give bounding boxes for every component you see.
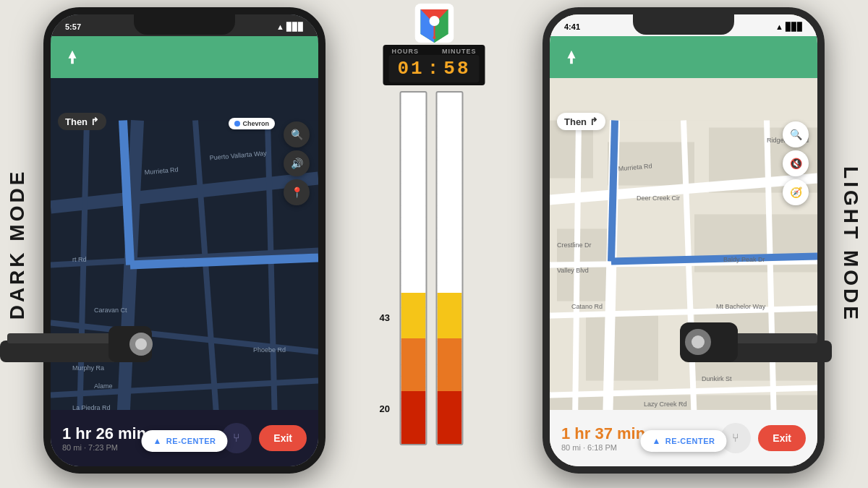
nav-arrow-right xyxy=(561,47,582,67)
eta-details-left: 80 mi · 7:23 PM xyxy=(62,443,146,452)
svg-text:Murphy Ra: Murphy Ra xyxy=(72,364,104,372)
battery-level-43-label: 43 xyxy=(379,312,389,323)
svg-rect-34 xyxy=(586,316,658,381)
then-badge-left: Then ↱ xyxy=(58,113,106,130)
nav-arrow-left xyxy=(62,47,82,67)
battery-bar-left: 43 20 xyxy=(399,91,427,445)
maps-icon xyxy=(414,4,454,43)
phone-notch-left xyxy=(134,14,235,35)
turn-icon-left: ↱ xyxy=(90,116,99,127)
svg-point-27 xyxy=(433,36,435,39)
poi-marker-left: Chevron xyxy=(229,118,275,129)
svg-text:Caravan Ct: Caravan Ct xyxy=(94,307,127,314)
svg-text:Mt Bachelor Way: Mt Bachelor Way xyxy=(716,303,766,310)
map-left: Murrieta Rd Puerto Vallarta Way rt Rd Ca… xyxy=(51,78,318,466)
timer-colon: : xyxy=(427,58,441,80)
map-controls-left: 🔍 🔊 📍 xyxy=(284,121,310,205)
exit-btn-left[interactable]: Exit xyxy=(259,425,307,451)
turn-icon-right: ↱ xyxy=(590,116,598,127)
recenter-btn-left[interactable]: ▲ RE-CENTER xyxy=(141,430,227,452)
timer-display: 01 : 58 xyxy=(388,55,479,82)
search-btn-right[interactable]: 🔍 xyxy=(783,121,809,147)
dark-mode-label: DARK MODE xyxy=(6,168,29,320)
search-btn-left[interactable]: 🔍 xyxy=(284,121,310,147)
then-badge-right: Then ↱ xyxy=(557,113,605,130)
svg-text:Baldy Peak Dr: Baldy Peak Dr xyxy=(723,256,765,263)
timer-minutes: 58 xyxy=(443,58,470,80)
exit-btn-right[interactable]: Exit xyxy=(758,425,806,451)
recenter-btn-right[interactable]: ▲ RE-CENTER xyxy=(640,430,726,452)
poi-label-left: Chevron xyxy=(242,120,269,127)
map-controls-right: 🔍 🔇 🧭 xyxy=(783,121,809,205)
svg-text:Alame: Alame xyxy=(94,382,113,390)
svg-point-25 xyxy=(429,16,439,26)
svg-line-45 xyxy=(611,121,615,262)
status-time-right: 4:41 xyxy=(564,22,580,31)
phone-notch-right xyxy=(633,14,734,35)
timer-labels: HOURS MINUTES xyxy=(388,48,479,55)
bottom-actions-left: ⑂ Exit xyxy=(221,423,307,453)
eta-section-right: 1 hr 37 min 80 mi · 6:18 PM xyxy=(561,424,645,452)
battery-section: 43 20 xyxy=(399,91,468,488)
light-mode-phone: 4:41 ▲ ▊▊▊ xyxy=(542,7,825,474)
svg-line-46 xyxy=(611,257,817,262)
eta-section-left: 1 hr 26 min 80 mi · 7:23 PM xyxy=(62,424,146,452)
svg-text:Phoebe Rd: Phoebe Rd xyxy=(253,346,286,354)
center-section: HOURS MINUTES 01 : 58 xyxy=(383,0,485,488)
recenter-label-left: RE-CENTER xyxy=(166,437,216,445)
svg-text:rt Rd: rt Rd xyxy=(72,256,87,263)
dark-mode-phone: 5:57 ▲ ▊▊▊ xyxy=(43,7,326,474)
location-btn-right[interactable]: 🧭 xyxy=(783,179,809,205)
eta-time-left: 1 hr 26 min xyxy=(62,424,146,443)
sound-btn-right[interactable]: 🔇 xyxy=(783,150,809,176)
battery-level-20-label: 20 xyxy=(379,403,389,414)
minutes-label: MINUTES xyxy=(442,48,477,55)
sound-btn-left[interactable]: 🔊 xyxy=(284,150,310,176)
light-mode-label: LIGHT MODE xyxy=(839,166,862,322)
map-right: Murrieta Rd Ridgemoor Rd Deer Creek Cir … xyxy=(550,78,817,466)
status-time-left: 5:57 xyxy=(65,22,81,31)
svg-text:Catano Rd: Catano Rd xyxy=(571,303,603,310)
eta-time-right: 1 hr 37 min xyxy=(561,424,645,443)
svg-text:Crestline Dr: Crestline Dr xyxy=(557,241,592,249)
timer-hours: 01 xyxy=(397,58,424,80)
bottom-actions-right: ⑂ Exit xyxy=(720,423,806,453)
svg-text:Deer Creek Cir: Deer Creek Cir xyxy=(637,194,680,202)
nav-header-right xyxy=(550,36,817,78)
recenter-icon-right: ▲ xyxy=(652,436,660,446)
svg-text:Valley Blvd: Valley Blvd xyxy=(557,267,589,274)
status-icons-left: ▲ ▊▊▊ xyxy=(276,22,304,32)
nav-header-left xyxy=(51,36,318,78)
eta-details-right: 80 mi · 6:18 PM xyxy=(561,443,645,452)
battery-bar-right xyxy=(435,91,463,445)
svg-text:Lazy Creek Rd: Lazy Creek Rd xyxy=(644,401,687,408)
recenter-label-right: RE-CENTER xyxy=(665,437,715,445)
hours-label: HOURS xyxy=(391,48,419,55)
svg-rect-0 xyxy=(51,121,318,424)
poi-dot-left xyxy=(234,121,240,127)
timer-section: HOURS MINUTES 01 : 58 xyxy=(383,4,485,85)
recenter-icon-left: ▲ xyxy=(153,436,161,446)
then-text-left: Then xyxy=(65,116,88,127)
then-text-right: Then xyxy=(564,116,587,127)
location-btn-left[interactable]: 📍 xyxy=(284,179,310,205)
status-icons-right: ▲ ▊▊▊ xyxy=(775,22,803,32)
svg-text:Dunkirk St: Dunkirk St xyxy=(702,375,732,382)
svg-text:McCallard Rd: McCallard Rd xyxy=(702,346,741,354)
svg-rect-35 xyxy=(694,309,817,381)
